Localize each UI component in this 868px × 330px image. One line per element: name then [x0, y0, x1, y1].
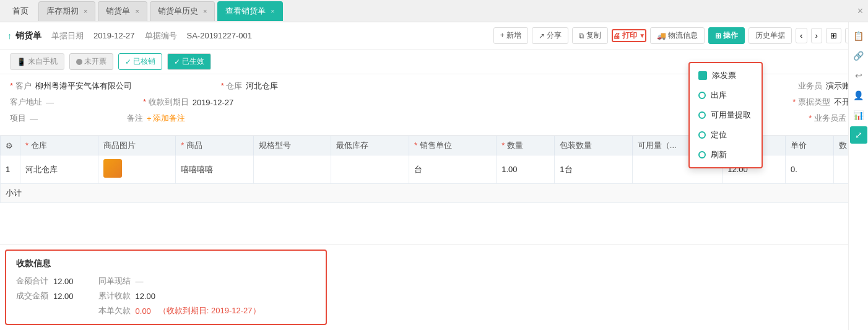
not-open-button[interactable]: 未开票 — [69, 53, 113, 70]
warehouse-out-icon — [698, 92, 706, 99]
project-field: 项目 — — [10, 113, 38, 124]
row-pack-qty: 1台 — [555, 155, 633, 184]
cumulative-value: 12.00 — [136, 292, 156, 301]
tab-sales-history[interactable]: 销货单历史 × — [150, 1, 215, 21]
doc-title: ↑ 销货单 — [7, 30, 41, 41]
dropdown-position[interactable]: 定位 — [690, 125, 762, 145]
close-tab-sales-history[interactable]: × — [203, 7, 207, 15]
print-icon: 🖨 — [613, 32, 620, 40]
tab-sales[interactable]: 销货单 × — [98, 1, 147, 21]
dropdown-refresh[interactable]: 刷新 — [690, 145, 762, 165]
payment-cumulative-row: 累计收款 12.00 — [98, 290, 261, 302]
dropdown-add-invoice[interactable]: 添发票 — [690, 66, 762, 85]
history-button[interactable]: 历史单据 — [749, 27, 792, 44]
date-label: 单据日期 — [51, 30, 84, 41]
print-button[interactable]: 🖨 打印 ▼ — [612, 29, 646, 42]
owed-value: 0.00 — [136, 306, 151, 316]
effective-button[interactable]: ✓ 已生效 — [167, 53, 211, 70]
confirm-button[interactable]: ✓ 已核销 — [118, 53, 162, 70]
payment-rows: 金额合计 12.00 成交金额 12.00 同单现结 — — [16, 276, 316, 316]
product-image — [103, 159, 122, 178]
sidebar-icon-3[interactable]: ↩ — [850, 67, 867, 84]
close-window-button[interactable]: × — [857, 6, 863, 17]
available-qty-icon — [698, 111, 706, 119]
plus-icon: + — [147, 114, 152, 123]
due-date-label: 收款到期日 — [143, 97, 189, 108]
subtotal-row: 小计 — [1, 184, 868, 203]
add-button[interactable]: + 新增 — [493, 27, 528, 44]
warehouse-col-header: * 仓库 — [20, 136, 98, 155]
ticket-type-label: 票据类型 — [792, 97, 830, 108]
owed-due-note: （收款到期日: 2019-12-27） — [158, 305, 261, 316]
row-product: 嘻嘻嘻嘻 — [176, 155, 254, 184]
dropdown-available-qty[interactable]: 可用量提取 — [690, 105, 762, 125]
toolbar-actions: + 新增 ↗ 分享 ⧉ 复制 🖨 打印 ▼ 🚚 — [493, 27, 861, 44]
tab-inventory[interactable]: 库存期初 × — [38, 1, 95, 21]
sidebar-icon-2[interactable]: 🔗 — [850, 47, 867, 64]
row-spec — [253, 155, 331, 184]
project-label: 项目 — [10, 113, 26, 124]
min-stock-col-header: 最低库存 — [331, 136, 409, 155]
row-warehouse: 河北仓库 — [20, 155, 98, 184]
check-icon: ✓ — [125, 58, 131, 66]
deal-label: 成交金额 — [16, 290, 48, 302]
close-tab-inventory[interactable]: × — [84, 7, 87, 15]
payment-col-right: 同单现结 — 累计收款 12.00 本单欠款 0.00 （收款到期日: 2019… — [98, 276, 261, 316]
tab-view-sales[interactable]: 查看销货单 × — [217, 1, 282, 21]
note-field: 备注 + 添加备注 — [127, 113, 185, 124]
add-note-button[interactable]: + 添加备注 — [147, 113, 185, 124]
settings-col-header: ⚙ — [1, 136, 20, 155]
total-label: 金额合计 — [16, 276, 48, 287]
note-label: 备注 — [127, 113, 143, 124]
copy-button[interactable]: ⧉ 复制 — [572, 27, 608, 44]
from-phone-button[interactable]: 📱 来自手机 — [10, 53, 64, 70]
phone-icon: 📱 — [17, 58, 26, 66]
row-unit: 台 — [409, 155, 496, 184]
nav-prev-button[interactable]: ‹ — [796, 28, 807, 43]
share-icon: ↗ — [539, 32, 545, 40]
close-tab-sales[interactable]: × — [135, 7, 139, 15]
total-value: 12.00 — [53, 277, 74, 286]
payment-col-left: 金额合计 12.00 成交金额 12.00 — [16, 276, 74, 316]
due-date-field: 收款到期日 2019-12-27 — [143, 97, 233, 108]
row-min-stock — [331, 155, 409, 184]
address-label: 客户地址 — [10, 97, 42, 108]
warehouse-value: 河北仓库 — [246, 80, 278, 92]
dropdown-warehouse-out[interactable]: 出库 — [690, 85, 762, 105]
sidebar-icon-6[interactable]: ⤢ — [850, 126, 867, 144]
price-col-header: 单价 — [786, 136, 834, 155]
row-qty: 1.00 — [497, 155, 555, 184]
doc-type-label: 销货单 — [15, 30, 41, 41]
project-value: — — [30, 114, 38, 123]
payment-owed-row: 本单欠款 0.00 （收款到期日: 2019-12-27） — [98, 305, 261, 316]
row-price: 0. — [786, 155, 834, 184]
deal-value: 12.00 — [53, 292, 74, 301]
nav-next-button[interactable]: › — [811, 28, 822, 43]
customer-field: 客户 柳州粤港平安气体有限公司 — [10, 80, 132, 92]
operate-dropdown-menu: 添发票 出库 可用量提取 定位 刷新 — [688, 62, 763, 168]
doc-no-value: SA-20191227-001 — [187, 31, 253, 40]
warehouse-field: 仓库 河北仓库 — [221, 80, 279, 92]
salesman-label: 业务员孟 — [809, 113, 846, 124]
same-order-value: — — [136, 277, 144, 286]
sidebar-icon-5[interactable]: 📊 — [850, 106, 867, 124]
close-tab-view-sales[interactable]: × — [271, 7, 274, 15]
qty-col-header: * 数量 — [497, 136, 555, 155]
sidebar-icon-1[interactable]: 📋 — [850, 27, 867, 45]
same-order-label: 同单现结 — [98, 276, 131, 287]
logistics-button[interactable]: 🚚 物流信息 — [650, 27, 705, 44]
operate-button[interactable]: ⊞ 操作 — [708, 27, 745, 44]
cumulative-label: 累计收款 — [98, 290, 131, 302]
share-button[interactable]: ↗ 分享 — [532, 27, 568, 44]
grid-view-1-button[interactable]: ⊞ — [826, 28, 841, 43]
sidebar-icon-4[interactable]: 👤 — [850, 87, 867, 104]
check-circle-icon: ✓ — [174, 58, 180, 66]
spec-col-header: 规格型号 — [253, 136, 331, 155]
operate-icon: ⊞ — [715, 32, 721, 40]
tab-home[interactable]: 首页 — [5, 1, 36, 21]
product-img-col-header: 商品图片 — [98, 136, 176, 155]
tab-bar: 首页 库存期初 × 销货单 × 销货单历史 × 查看销货单 × × — [0, 0, 868, 22]
doc-meta: 单据日期 2019-12-27 单据编号 SA-20191227-001 — [51, 30, 252, 41]
staff-label: 业务员 — [798, 80, 822, 92]
refresh-icon — [698, 151, 706, 158]
